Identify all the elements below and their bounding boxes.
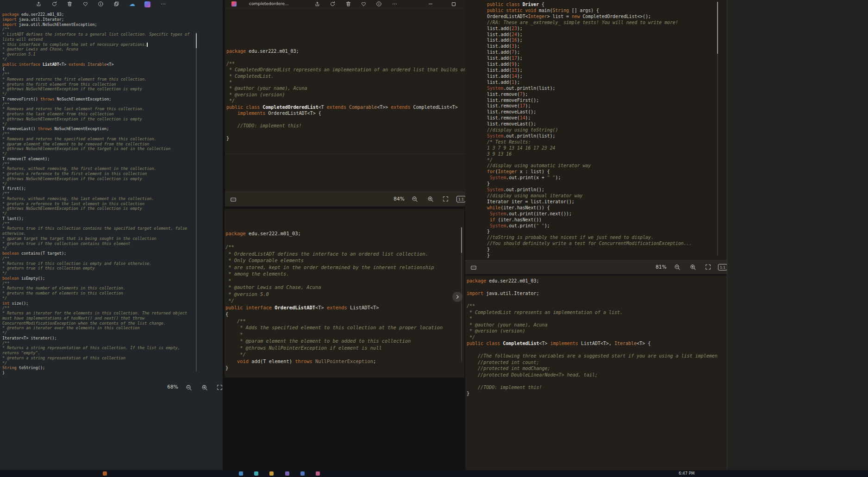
filmstrip-icon[interactable] xyxy=(470,264,477,271)
zoom-in-icon[interactable] xyxy=(689,264,696,270)
actual-size-icon[interactable]: 1:1 xyxy=(718,264,727,270)
taskbar-app-icon[interactable] xyxy=(254,471,258,476)
taskbar-app-icon[interactable] xyxy=(316,471,320,476)
window-title: completedordere... xyxy=(249,1,289,6)
minimize-button[interactable] xyxy=(427,0,434,7)
scrollbar-track xyxy=(196,32,197,372)
viewer-completedlist-window: package edu.ser222.m01_03; import java.u… xyxy=(465,276,727,470)
info-icon[interactable] xyxy=(375,0,382,7)
favorite-icon[interactable] xyxy=(360,0,367,7)
rotate-icon[interactable] xyxy=(51,0,58,7)
edit-app-icon[interactable] xyxy=(144,1,151,8)
zoom-level-label: 81% xyxy=(652,264,670,270)
taskbar-app-icon[interactable] xyxy=(239,471,243,476)
code-image-listadt[interactable]: package edu.ser222.m01_03;import java.ut… xyxy=(2,12,196,376)
viewer-driver-window: public class Driver {public static void … xyxy=(465,0,727,274)
viewer-listadt-window: ☁ package edu.ser222.m01_03;import java.… xyxy=(0,0,223,470)
image-edge xyxy=(225,154,486,154)
zoom-in-icon[interactable] xyxy=(427,195,434,202)
actual-size-icon[interactable]: 1:1 xyxy=(456,196,466,202)
viewer-orderedlistadt-window: package edu.ser222.m01_03; /** * Ordered… xyxy=(225,209,464,377)
share-icon[interactable] xyxy=(314,0,321,7)
delete-icon[interactable] xyxy=(66,0,73,7)
zoom-level-label: 68% xyxy=(163,384,182,389)
share-icon[interactable] xyxy=(35,0,42,7)
filmstrip-icon[interactable] xyxy=(230,196,237,203)
zoom-in-icon[interactable] xyxy=(201,384,208,391)
code-image-orderedlistadt[interactable]: package edu.ser222.m01_03; /** * Ordered… xyxy=(225,230,463,371)
background-window xyxy=(727,0,868,470)
copy-icon[interactable] xyxy=(113,0,120,7)
zoom-level-label: 84% xyxy=(390,196,408,201)
zoom-bar: 81% 1:1 xyxy=(465,260,727,274)
code-image-completedlist[interactable]: package edu.ser222.m01_03; import java.u… xyxy=(467,278,726,397)
favorite-icon[interactable] xyxy=(82,0,89,7)
fit-to-window-icon[interactable] xyxy=(705,264,712,270)
code-image-driver[interactable]: public class Driver {public static void … xyxy=(487,2,725,259)
maximize-button[interactable] xyxy=(450,0,457,7)
next-image-button[interactable] xyxy=(452,292,462,302)
cloud-upload-icon[interactable]: ☁ xyxy=(129,0,136,7)
fullscreen-icon[interactable] xyxy=(216,384,223,391)
scrollbar-thumb[interactable] xyxy=(461,227,462,253)
taskbar-app-icon[interactable] xyxy=(103,471,107,476)
taskbar-app-icon[interactable] xyxy=(285,471,289,476)
fit-to-window-icon[interactable] xyxy=(442,195,449,202)
scrollbar-thumb[interactable] xyxy=(196,33,197,48)
more-icon[interactable] xyxy=(160,0,167,7)
viewer-completedorderedlist-window: completedordere... × package edu.ser222.… xyxy=(225,0,486,207)
code-image-completedorderedlist[interactable]: package edu.ser222.m01_03; /** * Complet… xyxy=(226,48,486,141)
rotate-icon[interactable] xyxy=(329,0,336,7)
clock[interactable]: 6:47 PM xyxy=(679,471,694,476)
taskbar-app-icon[interactable] xyxy=(269,471,274,476)
info-icon[interactable] xyxy=(97,0,104,7)
app-icon xyxy=(231,1,237,6)
taskbar: 6:47 PM xyxy=(0,470,868,477)
title-bar[interactable]: completedordere... × xyxy=(225,0,486,8)
zoom-bar: 84% 1:1 xyxy=(225,192,486,207)
zoom-out-icon[interactable] xyxy=(185,384,192,391)
taskbar-app-icon[interactable] xyxy=(300,471,305,476)
zoom-out-icon[interactable] xyxy=(411,195,418,202)
scrollbar-thumb[interactable] xyxy=(717,2,718,54)
more-icon[interactable] xyxy=(391,0,398,7)
zoom-out-icon[interactable] xyxy=(674,264,681,270)
delete-icon[interactable] xyxy=(345,0,352,7)
